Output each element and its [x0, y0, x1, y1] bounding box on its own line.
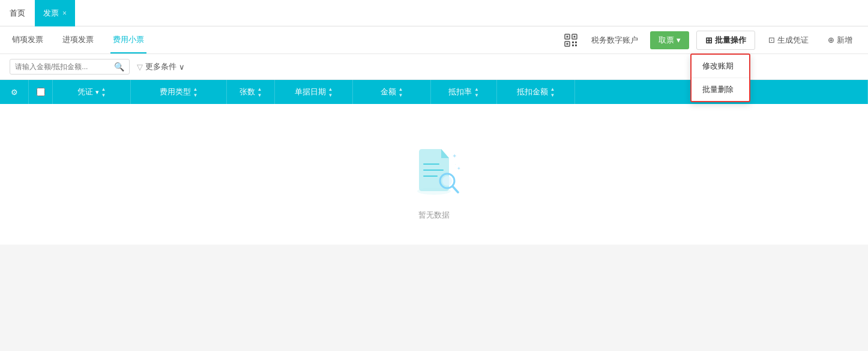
chevron-down-icon: ∨	[179, 63, 185, 72]
invoice-tab[interactable]: 发票 ×	[35, 0, 75, 26]
sort-arrows-count[interactable]: ▲▼	[258, 87, 262, 98]
sort-arrows-deduct-rate[interactable]: ▲▼	[474, 87, 479, 98]
tab-sales-invoice[interactable]: 销项发票	[10, 26, 46, 53]
tab-expense-receipt[interactable]: 费用小票	[110, 26, 146, 53]
take-ticket-button[interactable]: 取票 ▾	[650, 31, 689, 49]
tax-account-button[interactable]: 税务数字账户	[586, 35, 643, 46]
tab-input-invoice[interactable]: 进项发票	[60, 26, 96, 53]
sort-arrows-amount[interactable]: ▲▼	[399, 87, 403, 98]
chevron-down-icon: ▾	[677, 35, 681, 44]
th-checkbox[interactable]	[29, 80, 53, 104]
svg-rect-5	[567, 43, 568, 44]
main-content: ⚙ 凭证 ▾ ▲▼ 费用类型 ▲▼ 张数 ▲▼ 单据日期 ▲▼ 金额 ▲▼ 抵扣…	[0, 80, 868, 245]
th-deduct-amount: 抵扣金额 ▲▼	[497, 80, 575, 104]
batch-operation-button[interactable]: ⊞ 批量操作	[696, 31, 755, 50]
settings-icon[interactable]: ⚙	[11, 88, 18, 97]
th-voucher: 凭证 ▾ ▲▼	[53, 80, 131, 104]
th-expense-type: 费用类型 ▲▼	[131, 80, 227, 104]
select-all-checkbox[interactable]	[37, 88, 45, 96]
voucher-icon: ⊡	[768, 35, 775, 44]
sub-nav-tabs: 销项发票 进项发票 费用小票	[10, 26, 146, 53]
svg-text:✦: ✦	[452, 153, 457, 159]
svg-rect-3	[574, 35, 576, 37]
th-settings[interactable]: ⚙	[0, 80, 29, 104]
batch-op-dropdown: 修改账期 批量删除	[690, 53, 750, 102]
qr-code-icon[interactable]	[562, 32, 579, 49]
generate-voucher-button[interactable]: ⊡ 生成凭证	[762, 31, 815, 49]
voucher-filter-icon[interactable]: ▾	[95, 88, 99, 96]
empty-data-illustration: ✦ ✦ ·	[404, 140, 464, 200]
th-amount: 金额 ▲▼	[353, 80, 431, 104]
search-input[interactable]	[15, 63, 110, 71]
svg-point-15	[442, 176, 452, 186]
home-link[interactable]: 首页	[10, 8, 35, 19]
invoice-tab-label: 发票	[43, 8, 59, 19]
empty-text: 暂无数据	[418, 210, 450, 221]
svg-text:✦: ✦	[457, 166, 461, 171]
svg-rect-9	[575, 44, 577, 46]
sort-arrows-deduct-amount[interactable]: ▲▼	[550, 87, 555, 98]
th-date: 单据日期 ▲▼	[275, 80, 353, 104]
svg-line-16	[453, 186, 458, 192]
svg-rect-1	[567, 35, 568, 37]
batch-delete-item[interactable]: 批量删除	[692, 78, 749, 101]
svg-rect-8	[572, 44, 574, 46]
add-button[interactable]: ⊕ 新增	[822, 31, 858, 49]
sub-nav-actions: 税务数字账户 取票 ▾ ⊞ 批量操作 ⊡ 生成凭证 ⊕ 新增	[562, 31, 858, 50]
sort-arrows-date[interactable]: ▲▼	[328, 87, 333, 98]
th-count: 张数 ▲▼	[227, 80, 275, 104]
close-tab-icon[interactable]: ×	[62, 9, 67, 17]
filter-icon: ▽	[137, 63, 143, 72]
more-conditions-button[interactable]: ▽ 更多条件 ∨	[137, 61, 185, 72]
svg-text:·: ·	[455, 162, 456, 166]
sort-arrows[interactable]: ▲▼	[101, 87, 106, 98]
empty-state: ✦ ✦ · 暂无数据	[0, 104, 868, 245]
search-wrap: 🔍	[10, 59, 130, 75]
svg-rect-6	[572, 41, 574, 43]
th-deduct-rate: 抵扣率 ▲▼	[431, 80, 497, 104]
svg-rect-7	[575, 41, 577, 43]
batch-op-icon: ⊞	[705, 35, 713, 45]
modify-period-item[interactable]: 修改账期	[692, 55, 749, 78]
add-icon: ⊕	[828, 35, 834, 44]
search-icon[interactable]: 🔍	[114, 62, 124, 72]
sub-nav: 销项发票 进项发票 费用小票 税务数字账户 取票	[0, 26, 868, 54]
sort-arrows-expense[interactable]: ▲▼	[193, 87, 198, 98]
top-nav: 首页 发票 ×	[0, 0, 868, 26]
